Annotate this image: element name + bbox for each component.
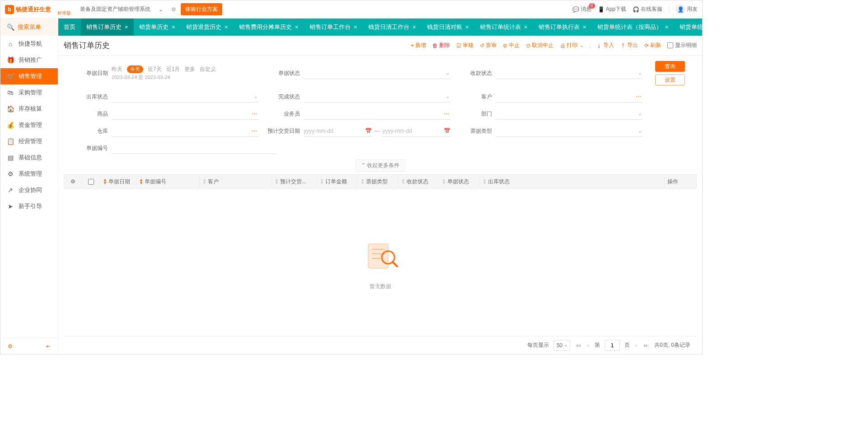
- close-icon[interactable]: ✕: [582, 24, 586, 30]
- first-page-button[interactable]: ⏮: [575, 342, 582, 349]
- stop-button[interactable]: ⊘中止: [503, 42, 520, 49]
- customer-input[interactable]: ⋯: [496, 91, 643, 103]
- warehouse-input[interactable]: ⋯: [112, 125, 258, 137]
- settings-button[interactable]: 设置: [655, 75, 685, 85]
- close-icon[interactable]: ✕: [665, 24, 669, 30]
- date-option-2[interactable]: 近7天: [148, 65, 162, 73]
- sidebar-item-3[interactable]: 🛍采购管理: [0, 84, 58, 101]
- salesman-input[interactable]: ⋯: [304, 108, 450, 120]
- sidebar-item-4[interactable]: 🏠库存核算: [0, 101, 58, 117]
- column-header-5[interactable]: ▲▼票据类型: [358, 175, 399, 188]
- tab-scroll-left[interactable]: ‹: [721, 19, 733, 36]
- gear-icon[interactable]: ⚙: [171, 6, 176, 13]
- close-icon[interactable]: ✕: [465, 24, 469, 30]
- delete-button[interactable]: 🗑删除: [432, 42, 450, 49]
- column-header-4[interactable]: ▲▼订单金额: [317, 175, 358, 188]
- refresh-button[interactable]: ⟳刷新: [644, 42, 661, 49]
- prev-page-button[interactable]: ‹: [586, 342, 590, 349]
- tab-9[interactable]: 销售订单执行表✕: [533, 19, 592, 36]
- per-page-select[interactable]: 50: [554, 340, 570, 351]
- show-detail-toggle[interactable]: 显示明细: [667, 42, 697, 49]
- online-service-button[interactable]: 🎧 在线客服: [633, 5, 662, 13]
- add-button[interactable]: +新增: [411, 42, 426, 49]
- doc-no-input[interactable]: [112, 142, 277, 154]
- tab-6[interactable]: 钱货日清工作台✕: [363, 19, 422, 36]
- sidebar-search[interactable]: 🔍 搜索菜单: [0, 19, 58, 36]
- out-status-input[interactable]: ⌄: [112, 91, 258, 103]
- tab-11[interactable]: 销货单统计✕: [674, 19, 721, 36]
- sidebar-item-5[interactable]: 💰资金管理: [0, 117, 58, 133]
- tab-3[interactable]: 销货退货历史✕: [181, 19, 234, 36]
- experience-button[interactable]: 体验行业方案: [181, 3, 222, 15]
- tab-4[interactable]: 销售费用分摊单历史✕: [234, 19, 304, 36]
- close-icon[interactable]: ✕: [171, 24, 175, 30]
- column-header-2[interactable]: ▲▼客户: [200, 175, 272, 188]
- tab-0[interactable]: 首页: [58, 19, 81, 36]
- finish-status-input[interactable]: ⌄: [304, 91, 450, 103]
- sidebar-item-0[interactable]: ⌂快捷导航: [0, 36, 58, 52]
- goods-input[interactable]: ⋯: [112, 108, 258, 120]
- table-settings-button[interactable]: ⚙: [64, 175, 82, 188]
- close-icon[interactable]: ✕: [524, 24, 528, 30]
- close-icon[interactable]: ✕: [712, 24, 716, 30]
- print-button[interactable]: 🖨打印⌄: [560, 42, 583, 49]
- select-all-checkbox[interactable]: [82, 175, 100, 188]
- date-option-0[interactable]: 昨天: [112, 65, 122, 73]
- expected-date-to[interactable]: yyyy-mm-dd 📅: [383, 125, 451, 137]
- page-input[interactable]: [605, 340, 620, 351]
- tab-10[interactable]: 销货单统计表（按商品）✕: [592, 19, 674, 36]
- export-button[interactable]: ⭱导出: [620, 42, 638, 49]
- close-icon[interactable]: ✕: [412, 24, 416, 30]
- close-icon[interactable]: ✕: [295, 24, 299, 30]
- column-header-3[interactable]: ▲▼预计交货...: [272, 175, 317, 188]
- tab-7[interactable]: 钱货日清对账✕: [422, 19, 474, 36]
- select-all-input[interactable]: [88, 179, 94, 185]
- import-button[interactable]: ⭳导入: [596, 42, 614, 49]
- date-option-4[interactable]: 更多: [184, 65, 195, 73]
- sidebar-item-2[interactable]: 🛒销售管理: [0, 68, 58, 84]
- tab-fullscreen[interactable]: ⛶: [756, 19, 768, 36]
- app-download-button[interactable]: 📱 App下载: [598, 5, 626, 13]
- tab-8[interactable]: 销售订单统计表✕: [474, 19, 533, 36]
- next-page-button[interactable]: ›: [634, 342, 638, 349]
- ticket-type-input[interactable]: ⌄: [496, 125, 643, 137]
- receipt-status-input[interactable]: ⌄: [496, 67, 643, 79]
- audit-button[interactable]: ☑审核: [456, 42, 474, 49]
- date-option-5[interactable]: 自定义: [200, 65, 216, 73]
- sidebar-item-10[interactable]: ➤新手引导: [0, 198, 58, 214]
- column-header-7[interactable]: ▲▼单据状态: [439, 175, 480, 188]
- unstop-button[interactable]: ⊙取消中止: [526, 42, 554, 49]
- query-button[interactable]: 查询: [655, 61, 685, 72]
- column-header-0[interactable]: ▲▼单据日期: [100, 175, 136, 188]
- tab-scroll-right[interactable]: ›: [733, 19, 745, 36]
- collapse-sidebar-icon[interactable]: ⇤: [46, 343, 51, 349]
- settings-icon[interactable]: ⚙: [8, 343, 13, 349]
- sidebar-item-7[interactable]: ▤基础信息: [0, 149, 58, 166]
- last-page-button[interactable]: ⏭: [643, 342, 650, 349]
- close-icon[interactable]: ✕: [353, 24, 357, 30]
- unaudit-button[interactable]: ↺弃审: [480, 42, 497, 49]
- sidebar-item-9[interactable]: ↗企业协同: [0, 182, 58, 198]
- close-icon[interactable]: ✕: [124, 24, 128, 30]
- column-header-8[interactable]: ▲▼出库状态: [480, 175, 665, 188]
- sidebar-item-1[interactable]: 🎁营销推广: [0, 52, 58, 68]
- system-selector[interactable]: 装备及固定资产辅助管理系统 ⌄: [76, 4, 167, 15]
- doc-status-input[interactable]: ⌄: [304, 67, 450, 79]
- user-menu[interactable]: 👤 用友: [676, 5, 698, 14]
- collapse-filters[interactable]: ⌃ 收起更多条件: [356, 159, 405, 172]
- close-icon[interactable]: ✕: [224, 24, 228, 30]
- tab-2[interactable]: 销货单历史✕: [134, 19, 181, 36]
- column-header-1[interactable]: ▲▼单据编号: [136, 175, 200, 188]
- expected-date-from[interactable]: yyyy-mm-dd 📅: [304, 125, 372, 137]
- tab-1[interactable]: 销售订单历史✕: [81, 19, 134, 36]
- show-detail-checkbox[interactable]: [667, 42, 673, 48]
- column-header-6[interactable]: ▲▼收款状态: [399, 175, 439, 188]
- tab-close-all[interactable]: ✕: [745, 19, 756, 36]
- tab-5[interactable]: 销售订单工作台✕: [304, 19, 363, 36]
- messages-button[interactable]: 💬 消息 6: [572, 5, 591, 13]
- dept-input[interactable]: ⌄: [496, 108, 643, 120]
- date-option-3[interactable]: 近1月: [166, 65, 180, 73]
- sidebar-item-6[interactable]: 📋经营管理: [0, 133, 58, 149]
- date-option-1[interactable]: 今天: [127, 65, 143, 73]
- sidebar-item-8[interactable]: ⚙系统管理: [0, 166, 58, 182]
